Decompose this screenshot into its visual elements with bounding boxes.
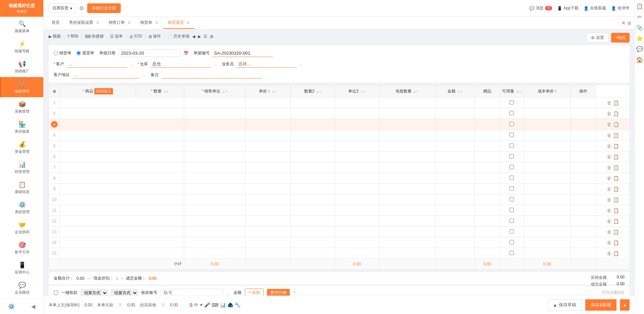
tab-sale-price-close[interactable]: ✕ — [96, 20, 99, 25]
unit2-cell-1[interactable] — [379, 98, 435, 108]
customer-dots[interactable]: ... — [129, 62, 133, 66]
account-dots[interactable]: ... — [227, 291, 230, 295]
avail-cell-1[interactable] — [524, 98, 571, 108]
price-cell-2[interactable] — [291, 108, 335, 119]
industry-dropdown[interactable]: 日用百货 ▾ — [49, 4, 76, 13]
history-toolbar-item[interactable]: 📄 历史单据 — [167, 34, 190, 39]
ime-icon-s[interactable]: S — [190, 302, 193, 308]
topbar-gear-icon[interactable]: ⚙ — [79, 5, 84, 11]
unit2-sort-icon[interactable]: ▲▼ — [360, 90, 366, 93]
ime-icon-zh[interactable]: 中 — [194, 302, 198, 308]
delete-icon-3[interactable]: 🗑 — [607, 122, 611, 127]
row-add-btn[interactable]: + — [49, 119, 60, 130]
warehouse-input[interactable] — [151, 60, 211, 68]
amt-sort-icon[interactable]: ▲▼ — [457, 90, 463, 93]
copy-icon-15[interactable]: 📋 — [613, 251, 619, 256]
address-dots[interactable]: ... — [142, 72, 146, 77]
ime-icon-mic[interactable]: 🎤 — [204, 302, 210, 308]
copy-icon-13[interactable]: 📋 — [613, 229, 619, 235]
delete-icon-1[interactable]: 🗑 — [607, 100, 611, 106]
right-panel-icon-1[interactable]: 📋 — [635, 2, 644, 11]
delete-icon-2[interactable]: 🗑 — [607, 111, 611, 116]
sidebar-item-enterprise[interactable]: 🤝 企业协同 — [0, 218, 43, 238]
gift-checkbox-12[interactable] — [509, 218, 514, 223]
save-new-arrow-btn[interactable]: ▲ — [620, 299, 630, 311]
th-settings[interactable]: ⚙ — [49, 85, 60, 98]
delete-icon-14[interactable]: 🗑 — [607, 240, 611, 245]
pkg-cell-2[interactable] — [435, 108, 475, 119]
delete-icon-8[interactable]: 🗑 — [607, 176, 611, 181]
user-profile[interactable]: 👤 徐泽华 — [611, 5, 630, 11]
copy-icon-3[interactable]: 📋 — [613, 122, 619, 127]
gift-checkbox-10[interactable] — [509, 197, 514, 201]
sidebar-item-sales[interactable]: 🛒 销售管理 — [0, 77, 43, 97]
select-toolbar-item[interactable]: ☰ 选单 — [110, 34, 123, 39]
avail-cell-2[interactable] — [524, 108, 571, 119]
expand-tabs-icon[interactable]: ⊞ — [627, 20, 631, 26]
sidebar-item-operation[interactable]: 📊 经营管理 — [0, 158, 43, 178]
nav-prev-item[interactable]: ◀ — [192, 34, 195, 39]
one-click-checkbox[interactable] — [54, 291, 58, 295]
collapse-icon[interactable]: ◀ — [30, 302, 37, 311]
gift-checkbox-6[interactable] — [509, 154, 514, 159]
qty-cell-1[interactable] — [184, 98, 245, 108]
delete-icon-9[interactable]: 🗑 — [607, 186, 611, 192]
radio-return[interactable]: 退货单 — [76, 50, 94, 56]
right-panel-icon-3[interactable]: 📎 — [635, 23, 644, 32]
gift-cell-3[interactable] — [500, 119, 524, 130]
copy-icon-5[interactable]: 📋 — [613, 143, 619, 149]
copy-icon-6[interactable]: 📋 — [613, 154, 619, 160]
copy-icon-12[interactable]: 📋 — [613, 218, 619, 224]
gift-checkbox-11[interactable] — [509, 208, 514, 212]
pkg-cell-3[interactable] — [435, 119, 475, 130]
operation-toolbar-item[interactable]: ⊞ 操作 — [149, 34, 161, 39]
shortcut-toolbar-item[interactable]: ⌨ 快捷键 — [85, 34, 104, 39]
unit2-cell-2[interactable] — [379, 108, 435, 119]
quantity-sort-icon[interactable]: ▲▼ — [163, 90, 169, 93]
add-btn[interactable]: + 添加 — [245, 289, 264, 296]
delete-icon-4[interactable]: 🗑 — [607, 133, 611, 138]
pkg-cell-1[interactable] — [435, 98, 475, 108]
tab-sales-order-close[interactable]: ✕ — [127, 20, 131, 25]
delete-icon-7[interactable]: 🗑 — [607, 165, 611, 170]
delete-icon-6[interactable]: 🗑 — [607, 154, 611, 160]
sidebar-item-finance[interactable]: 💰 资金管理 — [0, 137, 43, 158]
qty2-cell-2[interactable] — [335, 108, 379, 119]
sidebar-item-apps[interactable]: 📱 应用中心 — [0, 258, 43, 278]
settings-bottom-icon[interactable]: ⚙️ — [6, 302, 16, 311]
copy-icon-9[interactable]: 📋 — [613, 186, 619, 192]
app-download-item[interactable]: 📱 App下载 — [557, 5, 579, 11]
tab-sales-order[interactable]: 销售订单 ✕ — [104, 17, 136, 29]
add-row-btn[interactable]: + — [51, 121, 58, 128]
settings-btn[interactable]: ⚙ 设置 — [587, 33, 608, 43]
gift-checkbox-5[interactable] — [509, 143, 514, 148]
copy-icon-4[interactable]: 📋 — [613, 133, 619, 138]
unit2-cell-3[interactable] — [379, 119, 435, 130]
copy-icon-10[interactable]: 📋 — [613, 197, 619, 202]
right-panel-icon-6[interactable]: 🏠 — [635, 55, 644, 64]
radio-delivery-input[interactable] — [54, 51, 58, 55]
product-input-3[interactable] — [62, 122, 182, 127]
ime-icon-chart[interactable]: 📊 — [220, 302, 226, 308]
delete-icon-15[interactable]: 🗑 — [607, 251, 611, 256]
warehouse-dots[interactable]: ... — [213, 62, 217, 66]
product-cell-2[interactable] — [60, 108, 184, 119]
gift-checkbox-14[interactable] — [509, 240, 514, 244]
cost-cell-2[interactable] — [571, 108, 596, 119]
sidebar-item-newbie[interactable]: 🎯 新手引导 — [0, 238, 43, 258]
product-cell-1[interactable] — [60, 98, 184, 108]
ime-icon-keyboard[interactable]: ⌨ — [212, 302, 218, 308]
gift-checkbox-8[interactable] — [509, 176, 514, 180]
gift-cell-1[interactable] — [500, 98, 524, 108]
gift-checkbox-7[interactable] — [509, 165, 514, 169]
delete-icon-12[interactable]: 🗑 — [607, 218, 611, 224]
copy-icon-11[interactable]: 📋 — [613, 208, 619, 213]
view-grid-item[interactable]: ⊞ — [210, 34, 213, 39]
sidebar-item-marketing[interactable]: 📢 营销推广 — [0, 57, 43, 77]
delete-icon-13[interactable]: 🗑 — [607, 229, 611, 235]
calc-method-select[interactable]: 结算方式 — [111, 289, 138, 296]
sidebar-item-wechat[interactable]: 💬 企业微信 — [0, 278, 43, 298]
customer-input[interactable] — [67, 60, 127, 68]
amt-cell-2[interactable] — [475, 108, 500, 119]
cost-cell-1[interactable] — [571, 98, 596, 108]
